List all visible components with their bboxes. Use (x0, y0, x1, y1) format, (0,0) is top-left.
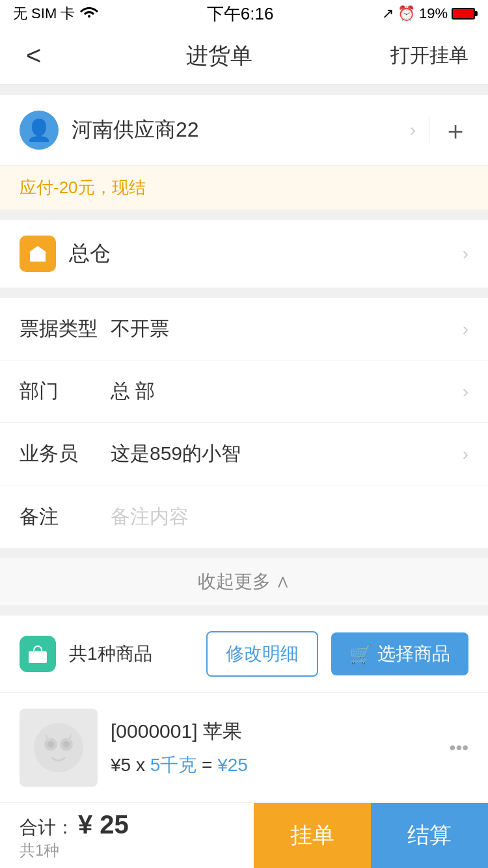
nav-bar: < 进货单 打开挂单 (0, 27, 488, 85)
department-row[interactable]: 部门 总 部 › (0, 360, 488, 423)
salesperson-chevron-icon: › (463, 444, 468, 465)
product-count-text: 共1种商品 (69, 642, 193, 666)
supplier-avatar: 👤 (20, 111, 59, 150)
status-bar: 无 SIM 卡 下午6:16 ↗ ⏰ 19% (0, 0, 488, 27)
back-button[interactable]: < (20, 34, 47, 77)
cart-icon: 🛒 (349, 644, 372, 665)
product-header: 共1种商品 修改明细 🛒 选择商品 (0, 616, 488, 692)
invoice-type-label: 票据类型 (20, 316, 104, 342)
total-amount: ¥ 25 (78, 810, 129, 839)
form-section: 票据类型 不开票 › 部门 总 部 › 业务员 这是859的小智 › 备注 备注… (0, 298, 488, 548)
carrier-text: 无 SIM 卡 (13, 4, 75, 23)
product-count-icon (20, 636, 56, 672)
invoice-type-value: 不开票 (104, 316, 463, 342)
hang-label: 挂单 (290, 821, 334, 850)
total-label: 合计： (20, 815, 74, 840)
edit-detail-button[interactable]: 修改明细 (206, 631, 318, 677)
wifi-icon (80, 5, 98, 23)
supplier-chevron-icon: › (410, 120, 416, 141)
vertical-divider (429, 117, 429, 143)
product-price: ¥5 x 5千克 = ¥25 (111, 753, 437, 778)
select-product-button[interactable]: 🛒 选择商品 (331, 632, 468, 675)
battery-percent: 19% (419, 5, 448, 22)
alert-text: 应付-20元，现结 (20, 178, 146, 197)
remark-label: 备注 (20, 504, 104, 530)
collapse-label: 收起更多 ∧ (198, 569, 291, 594)
department-chevron-icon: › (463, 381, 468, 402)
svg-point-3 (34, 723, 83, 772)
remark-row[interactable]: 备注 备注内容 (0, 485, 488, 548)
checkout-button[interactable]: 结算 (371, 803, 488, 868)
supplier-card: 👤 河南供应商22 › ＋ 应付-20元，现结 (0, 95, 488, 210)
department-label: 部门 (20, 378, 104, 405)
quantity-value: 5千克 (150, 755, 197, 775)
warehouse-card[interactable]: 总仓 › (0, 220, 488, 288)
supplier-name: 河南供应商22 (72, 116, 410, 144)
remark-value[interactable]: 备注内容 (104, 504, 468, 530)
salesperson-row[interactable]: 业务员 这是859的小智 › (0, 423, 488, 485)
avatar-icon: 👤 (26, 118, 52, 142)
total-value: ¥25 (217, 755, 248, 775)
alarm-icon: ⏰ (398, 5, 415, 22)
invoice-type-row[interactable]: 票据类型 不开票 › (0, 298, 488, 360)
checkout-label: 结算 (407, 821, 452, 850)
status-left: 无 SIM 卡 (13, 4, 98, 23)
location-icon: ↗ (382, 5, 394, 22)
salesperson-label: 业务员 (20, 441, 104, 467)
page-title: 进货单 (186, 41, 252, 71)
select-product-label: 选择商品 (377, 642, 450, 666)
bottom-bar: 合计： ¥ 25 共1种 挂单 结算 (0, 803, 488, 868)
status-time: 下午6:16 (207, 3, 274, 25)
add-button[interactable]: ＋ (442, 113, 468, 148)
status-right: ↗ ⏰ 19% (382, 5, 475, 22)
price-value: ¥5 x (111, 755, 150, 775)
product-info: [0000001] 苹果 ¥5 x 5千克 = ¥25 (111, 718, 437, 778)
product-name: [0000001] 苹果 (111, 718, 437, 745)
salesperson-value: 这是859的小智 (104, 441, 463, 467)
product-thumbnail (20, 709, 98, 787)
equals-sign: = (202, 755, 217, 775)
department-value: 总 部 (104, 378, 463, 405)
product-code: [0000001] 苹果 (111, 720, 242, 742)
svg-rect-2 (29, 651, 47, 663)
total-count: 共1种 (20, 840, 234, 861)
collapse-more-button[interactable]: 收起更多 ∧ (0, 558, 488, 605)
svg-rect-0 (30, 252, 46, 262)
warehouse-row[interactable]: 总仓 › (0, 220, 488, 288)
open-pending-button[interactable]: 打开挂单 (390, 42, 468, 69)
svg-point-7 (63, 741, 70, 748)
top-spacer (0, 85, 488, 95)
warehouse-label: 总仓 (69, 239, 463, 268)
warehouse-chevron-icon: › (463, 243, 468, 264)
total-section: 合计： ¥ 25 共1种 (0, 810, 254, 861)
svg-marker-1 (29, 246, 47, 252)
warehouse-icon (20, 236, 56, 272)
battery-icon (452, 8, 475, 20)
product-more-button[interactable]: ••• (450, 737, 468, 758)
svg-point-6 (47, 741, 54, 748)
product-item: [0000001] 苹果 ¥5 x 5千克 = ¥25 ••• (0, 693, 488, 802)
supplier-row[interactable]: 👤 河南供应商22 › ＋ (0, 95, 488, 166)
invoice-type-chevron-icon: › (463, 319, 468, 340)
alert-row: 应付-20元，现结 (0, 166, 488, 210)
hang-button[interactable]: 挂单 (254, 803, 371, 868)
